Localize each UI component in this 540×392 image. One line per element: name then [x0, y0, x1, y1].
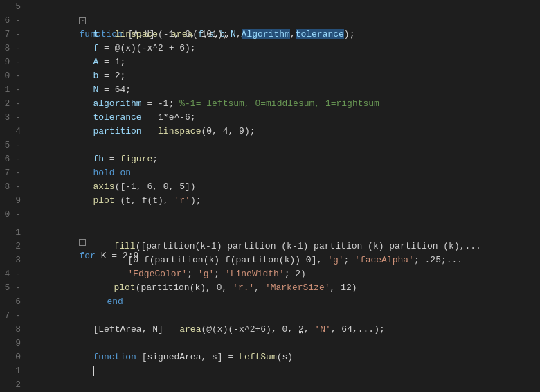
code-line-34: 4 [0, 125, 540, 139]
code-line-31: 1 - algorithm = -1; %-1= leftsum, 0=midd… [0, 83, 540, 97]
code-line-39: 9 [0, 194, 540, 208]
code-line-45: 5 - end [0, 281, 540, 295]
code-line-50: 0 [0, 350, 540, 364]
code-content[interactable]: 5 - function [A,N] = area(f,a,b,N,Algori… [0, 0, 540, 392]
code-line-41: 1 fill([partition(k-1) partition (k-1) p… [0, 226, 540, 240]
code-line-40: 0 - - for K = 2:9 [0, 208, 540, 226]
code-line-44: 4 - plot(partition(k), 0, 'r.', 'MarkerS… [0, 267, 540, 281]
code-line-5: 5 - function [A,N] = area(f,a,b,N,Algori… [0, 0, 540, 14]
code-line-47: 7 - [LeftArea, N] = area(@(x)(-x^2+6), 0… [0, 309, 540, 323]
code-line-46: 6 [0, 295, 540, 309]
code-line-52: 2 [MiddleArea Nl = area(@(x)(-x^2+6), 0,… [0, 378, 540, 392]
code-line-9: 9 - b = 2; [0, 55, 540, 69]
code-line-38: 8 - plot (t, f(t), 'r'); [0, 180, 540, 194]
code-line-33: 3 - partition = linspace(0, 4, 9); [0, 111, 540, 125]
code-editor: 5 - function [A,N] = area(f,a,b,N,Algori… [0, 0, 540, 392]
code-line-7: 7 - f = @(x)(-x^2 + 6); [0, 28, 540, 42]
code-line-37: 7 - axis([-1, 6, 0, 5]) [0, 166, 540, 180]
code-line-43: 3 'EdgeColor'; 'g'; 'LineWidth'; 2) [0, 253, 540, 267]
code-line-35: 5 - fh = figure; [0, 139, 540, 152]
code-line-49: 9 function [signedArea, s] = LeftSum(s) [0, 337, 540, 350]
code-line-30: 0 - N = 64; [0, 69, 540, 83]
code-line-32: 2 - tolerance = 1*e^-6; [0, 97, 540, 111]
code-line-6: 6 - t = linspace(-1, 6, 101); [0, 14, 540, 28]
code-line-36: 6 - hold on [0, 152, 540, 166]
code-line-48: 8 [0, 323, 540, 337]
code-line-42: 2 [0 f(partition(k) f(partiton(k)) 0], '… [0, 240, 540, 253]
code-line-8: 8 - A = 1; [0, 42, 540, 55]
code-line-51: 1 [0, 364, 540, 378]
